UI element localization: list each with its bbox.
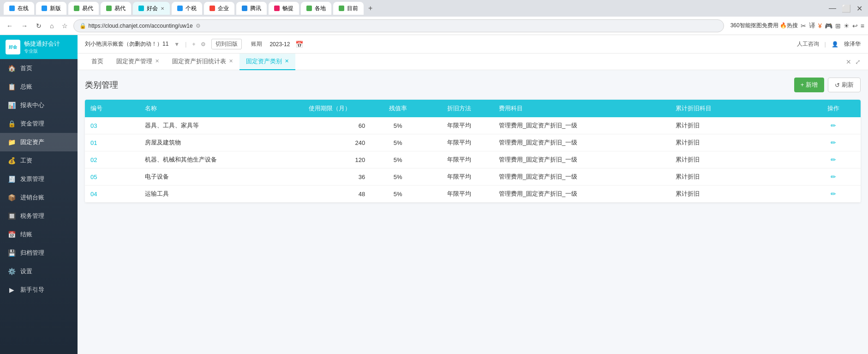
browser-tab-1[interactable]: 新版 (36, 2, 66, 15)
browser-tab-7[interactable]: 腾讯 (236, 2, 267, 15)
row-link[interactable]: 02 (90, 156, 97, 163)
calendar-icon[interactable]: 📅 (295, 41, 303, 48)
switch-version-btn[interactable]: 切到旧版 (211, 39, 242, 49)
home-btn[interactable]: ⌂ (47, 20, 56, 31)
browser-tab-3[interactable]: 易代 (101, 2, 131, 15)
browser-tab-9[interactable]: 各地 (301, 2, 331, 15)
tab-label: 易代 (114, 5, 126, 12)
cell-name: 电子设备 (139, 168, 289, 186)
url-bar[interactable]: 🔒 https://cloud.chanjet.com/accounting/u… (73, 19, 724, 32)
tab-label: 固定资产管理 (116, 57, 152, 66)
reports-icon: 📊 (7, 101, 16, 109)
grid-icon[interactable]: ⊞ (835, 22, 841, 30)
cell-method: 年限平均 (425, 168, 493, 186)
top-header: 刘小艳演示账套（勿删勿动！）11 ▼ | + ⚙ 切到旧版 账期 2023-12… (78, 35, 868, 54)
sidebar-item-settings[interactable]: ⚙️ 设置 (0, 262, 78, 281)
cell-name: 运输工具 (139, 186, 289, 203)
refresh-btn[interactable]: ↺ 刷新 (828, 78, 861, 92)
history-icon[interactable]: ↩ (852, 22, 858, 30)
browser-tab-active[interactable]: 在线 (4, 2, 34, 15)
cell-months: 240 (289, 134, 371, 151)
edit-btn[interactable]: ✏ (831, 122, 836, 129)
sidebar-item-label: 税务管理 (20, 212, 44, 220)
sidebar-item-inventory[interactable]: 📦 进销台账 (0, 188, 78, 207)
tab-label: 个税 (186, 5, 197, 12)
table-row: 03 器具、工具、家具等 60 5% 年限平均 管理费用_固定资产折旧_一级 累… (85, 117, 861, 134)
sidebar-item-close[interactable]: 📅 结账 (0, 225, 78, 244)
cell-name: 房屋及建筑物 (139, 134, 289, 151)
sidebar-item-invoice[interactable]: 🧾 发票管理 (0, 170, 78, 188)
translate-icon[interactable]: 译 (809, 22, 815, 30)
back-btn[interactable]: ← (4, 20, 16, 31)
payroll-icon: 💰 (7, 156, 16, 165)
scissors-icon[interactable]: ✂ (801, 22, 806, 30)
edit-btn[interactable]: ✏ (831, 139, 836, 146)
browser-tab-6[interactable]: 企业 (204, 2, 234, 15)
row-link[interactable]: 03 (90, 122, 97, 129)
close-tab-icon[interactable]: ✕ (155, 58, 159, 64)
page-tab-home[interactable]: 首页 (85, 54, 110, 70)
user-avatar[interactable]: 👤 (832, 41, 838, 48)
service-btn[interactable]: 人工咨询 (797, 40, 819, 48)
sidebar-item-reports[interactable]: 📊 报表中心 (0, 96, 78, 114)
close-current-tab-icon[interactable]: ✕ (846, 58, 851, 66)
inventory-icon: 📦 (7, 193, 16, 202)
sidebar-item-fixed-assets[interactable]: 📁 固定资产 (0, 133, 78, 151)
cell-months: 60 (289, 117, 371, 134)
sidebar-item-guide[interactable]: ▶ 新手引导 (0, 281, 78, 299)
tab-controls: ✕ ⤢ (846, 58, 861, 66)
new-tab-btn[interactable]: + (365, 4, 375, 12)
sidebar-item-home[interactable]: 🏠 首页 (0, 59, 78, 78)
page-title-row: 类别管理 + 新增 ↺ 刷新 (85, 78, 861, 92)
close-tab-icon[interactable]: ✕ (229, 58, 233, 64)
add-account-btn[interactable]: + (192, 41, 195, 48)
reload-btn[interactable]: ↻ (33, 20, 44, 31)
row-link[interactable]: 01 (90, 139, 97, 146)
close-tab-icon[interactable]: ✕ (285, 58, 289, 64)
bookmark-btn[interactable]: ☆ (59, 20, 71, 31)
cell-rate: 5% (371, 117, 425, 134)
tab-label: 易代 (82, 5, 93, 12)
col-header-months: 使用期限（月） (289, 100, 371, 117)
row-link[interactable]: 05 (90, 174, 97, 180)
sidebar-item-ledger[interactable]: 📋 总账 (0, 78, 78, 96)
edit-btn[interactable]: ✏ (831, 173, 836, 180)
sidebar-item-label: 首页 (20, 64, 32, 72)
expand-icon[interactable]: ⤢ (855, 58, 861, 66)
browser-tab-4[interactable]: 好会 ✕ (133, 2, 170, 15)
sidebar: 好会 畅捷通好会计 专业版 🏠 首页 📋 总账 📊 报表中心 🔒 资金管理 📁 … (0, 35, 78, 354)
page-tab-asset-category[interactable]: 固定资产类别 ✕ (239, 54, 295, 70)
sidebar-logo: 好会 畅捷通好会计 专业版 (0, 35, 78, 59)
edit-btn[interactable]: ✏ (831, 156, 836, 163)
cell-code: 04 (85, 186, 139, 203)
sidebar-item-funds[interactable]: 🔒 资金管理 (0, 114, 78, 133)
dropdown-icon[interactable]: ▼ (174, 41, 180, 48)
brightness-icon[interactable]: ☀ (844, 22, 850, 30)
sidebar-item-archive[interactable]: 💾 归档管理 (0, 244, 78, 262)
browser-tab-5[interactable]: 个税 (172, 2, 202, 15)
menu-icon[interactable]: ≡ (861, 22, 864, 30)
row-link[interactable]: 04 (90, 191, 97, 198)
coupon-icon[interactable]: ¥ (818, 22, 822, 30)
browser-tab-10[interactable]: 目前 (333, 2, 364, 15)
ssl-icon: 🔒 (79, 23, 86, 29)
sidebar-item-tax[interactable]: 🔲 税务管理 (0, 207, 78, 225)
site-settings-icon[interactable]: ⚙ (196, 23, 201, 29)
close-tab-icon[interactable]: ✕ (161, 6, 164, 11)
right-panel: 刘小艳演示账套（勿删勿动！）11 ▼ | + ⚙ 切到旧版 账期 2023-12… (78, 35, 868, 354)
settings-account-btn[interactable]: ⚙ (201, 41, 206, 48)
page-tab-asset-mgmt[interactable]: 固定资产管理 ✕ (110, 54, 166, 70)
sidebar-item-payroll[interactable]: 💰 工资 (0, 151, 78, 170)
add-btn[interactable]: + 新增 (794, 78, 824, 92)
game-icon[interactable]: 🎮 (825, 22, 832, 30)
browser-tab-8[interactable]: 畅提 (269, 2, 299, 15)
browser-tab-2[interactable]: 易代 (68, 2, 99, 15)
edit-btn[interactable]: ✏ (831, 190, 836, 198)
close-btn[interactable]: ✕ (855, 4, 864, 13)
sidebar-item-label: 进销台账 (20, 193, 44, 202)
page-tab-depreciation-table[interactable]: 固定资产折旧统计表 ✕ (166, 54, 239, 70)
cell-name: 机器、机械和其他生产设备 (139, 151, 289, 168)
minimize-btn[interactable]: — (827, 4, 838, 12)
forward-btn[interactable]: → (18, 20, 30, 31)
maximize-btn[interactable]: ⬜ (840, 4, 853, 13)
